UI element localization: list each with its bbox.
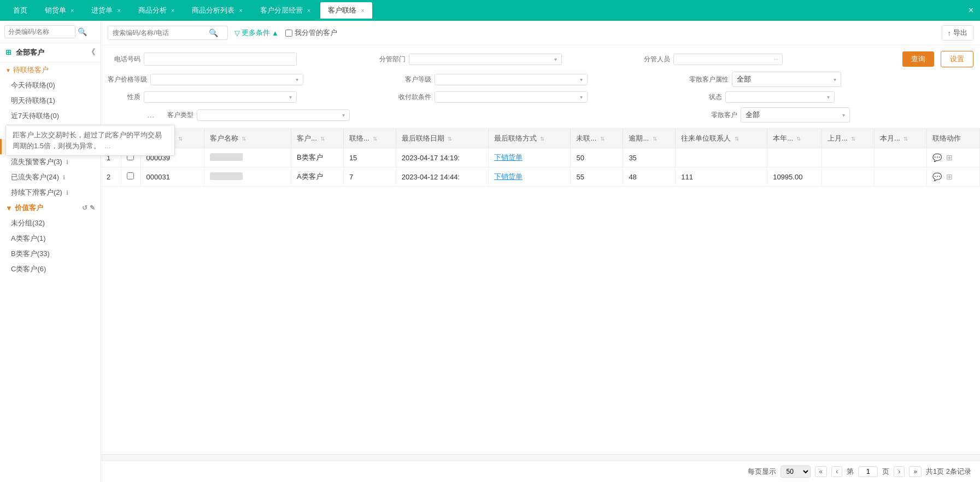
th-not-contacted: 未联... ⇅	[571, 129, 623, 148]
next-page-button[interactable]: ›	[894, 466, 905, 477]
customer-table: ⚙ 客户编码 ⇅ 客户名称 ⇅	[101, 129, 980, 187]
sort-method-icon[interactable]: ⇅	[540, 136, 544, 142]
sort-not-contacted-icon[interactable]: ⇅	[600, 136, 605, 142]
edit-value-icon[interactable]: ✎	[90, 204, 95, 212]
set-button[interactable]: 设置	[941, 51, 973, 67]
link-icon-1[interactable]: ⊞	[946, 153, 953, 162]
sort-code-icon[interactable]: ⇅	[178, 136, 183, 142]
th-overdue: 逾期... ⇅	[623, 129, 676, 148]
th-name: 客户名称 ⇅	[204, 129, 291, 148]
sort-unit-icon[interactable]: ⇅	[735, 136, 739, 142]
status-select[interactable]: ▾	[725, 91, 835, 103]
customer-level-arrow-icon: ▾	[580, 77, 583, 83]
row-checkbox-2[interactable]	[127, 172, 134, 179]
price-level-select[interactable]: ▾	[150, 74, 303, 85]
table-row: 1 000039 B类客户	[101, 148, 980, 167]
td-last-method-1: 下销货单	[488, 148, 571, 167]
tab-home[interactable]: 首页	[5, 2, 35, 19]
sort-year-icon[interactable]: ⇅	[796, 136, 801, 142]
sidebar-search-area: 🔍	[0, 21, 101, 43]
prev-page-button[interactable]: ‹	[831, 466, 842, 477]
td-last-date-2: 2023-04-12 14:44:	[396, 167, 488, 187]
dept-select[interactable]: ▾	[409, 54, 562, 65]
link-icon-2[interactable]: ⊞	[946, 172, 953, 181]
search-input[interactable]	[113, 29, 206, 37]
td-current-month-1	[875, 148, 927, 167]
last-method-link-2[interactable]: 下销货单	[494, 172, 523, 181]
last-page-button[interactable]: »	[909, 466, 922, 477]
customer-type-field: 客户类型 ▾	[161, 109, 698, 121]
sidebar-item-a-class[interactable]: A类客户(1)	[0, 231, 101, 246]
close-tab-product-analysis-list[interactable]: ×	[239, 7, 242, 14]
price-level-arrow-icon: ▾	[296, 77, 298, 83]
sidebar-item-not-grouped[interactable]: 未分组(32)	[0, 216, 101, 231]
sidebar-item-tomorrow[interactable]: 明天待联络(1)	[0, 93, 101, 108]
sort-name-icon[interactable]: ⇅	[242, 136, 246, 142]
sidebar-item-c-class[interactable]: C类客户(6)	[0, 262, 101, 277]
payment-select[interactable]: ▾	[435, 91, 588, 103]
close-tab-customer-tier[interactable]: ×	[307, 7, 310, 14]
sidebar-group-pending[interactable]: ▼ 待联络客户	[0, 62, 101, 78]
tab-customer-contact[interactable]: 客户联络 ×	[320, 2, 372, 19]
chat-icon-2[interactable]: 💬	[932, 172, 942, 181]
last-method-link-1[interactable]: 下销货单	[494, 153, 523, 161]
refresh-icon[interactable]: ↺	[82, 204, 87, 212]
close-tab-product-analysis[interactable]: ×	[171, 7, 174, 14]
customer-level-select[interactable]: ▾	[435, 74, 588, 85]
continuous-down-info-icon: ℹ	[66, 189, 68, 196]
customer-type-select[interactable]: ▾	[197, 109, 350, 121]
retail-attr-select[interactable]: 全部 ▾	[732, 72, 841, 87]
tab-customer-tier[interactable]: 客户分层经营 ×	[253, 2, 318, 19]
sort-overdue-icon[interactable]: ⇅	[653, 136, 657, 142]
sidebar-search-input[interactable]	[4, 25, 75, 38]
my-customers-checkbox-label[interactable]: 我分管的客户	[285, 28, 337, 38]
page-label: 第	[847, 467, 854, 477]
price-level-label: 客户价格等级	[108, 75, 147, 84]
manager-select[interactable]: ···	[673, 54, 783, 65]
tab-sales-order[interactable]: 销货单 ×	[37, 2, 81, 19]
sidebar-group-value-customers[interactable]: ▼ 价值客户 ↺ ✎	[0, 200, 101, 216]
tab-product-analysis[interactable]: 商品分析 ×	[131, 2, 182, 19]
all-customers-label: ⊞ 全部客户	[5, 48, 44, 57]
sidebar-item-b-class[interactable]: B类客户(33)	[0, 246, 101, 262]
more-conditions-btn[interactable]: ▽ 更多条件 ▲	[234, 28, 279, 38]
tab-product-analysis-list[interactable]: 商品分析列表 ×	[184, 2, 250, 19]
phone-input[interactable]	[144, 53, 297, 66]
my-customers-checkbox[interactable]	[285, 30, 292, 37]
sidebar-search-icon[interactable]: 🔍	[78, 27, 87, 36]
sidebar-item-continuous-down[interactable]: 持续下滑客户(2) ℹ	[0, 185, 101, 200]
sort-level-icon[interactable]: ⇅	[320, 136, 325, 142]
sort-date-icon[interactable]: ⇅	[448, 136, 452, 142]
sort-current-month-icon[interactable]: ⇅	[903, 136, 908, 142]
query-button[interactable]: 查询	[902, 51, 934, 67]
close-tab-customer-contact[interactable]: ×	[361, 7, 364, 14]
sidebar-item-7days[interactable]: 近7天待联络(0)	[0, 108, 101, 124]
horizontal-scrollbar[interactable]	[101, 454, 980, 461]
export-button[interactable]: ↑ 导出	[942, 25, 974, 40]
filter-top-bar: 🔍 ▽ 更多条件 ▲ 我分管的客户 ↑ 导出	[101, 21, 980, 45]
tab-purchase-order[interactable]: 进货单 ×	[84, 2, 128, 19]
retail-customer-select[interactable]: 全部 ▾	[741, 107, 850, 123]
filter-search-icon[interactable]: 🔍	[209, 28, 218, 37]
sidebar-collapse-icon[interactable]: 《	[87, 48, 95, 57]
filter-dots[interactable]: ...	[147, 110, 154, 120]
manager-field: 分管人员 ···	[637, 54, 896, 65]
per-page-select[interactable]: 50 100 200	[781, 466, 811, 478]
th-overdue-label: 逾期...	[629, 134, 649, 142]
sort-contact-icon[interactable]: ⇅	[373, 136, 377, 142]
sidebar-item-lost-warning[interactable]: 流失预警客户(3) ℹ	[0, 154, 101, 170]
gender-label: 性质	[108, 92, 140, 102]
first-page-button[interactable]: «	[815, 466, 828, 477]
gender-select[interactable]: ▾	[144, 91, 297, 103]
sidebar-item-today[interactable]: 今天待联络(0)	[0, 78, 101, 93]
th-last-month: 上月... ⇅	[822, 129, 875, 148]
close-all-tabs[interactable]: ×	[969, 5, 973, 15]
manager-label: 分管人员	[637, 55, 670, 64]
sidebar-item-already-lost[interactable]: 已流失客户(24) ℹ	[0, 170, 101, 185]
page-number-input[interactable]	[858, 466, 878, 477]
close-tab-sales-order[interactable]: ×	[71, 7, 74, 14]
close-tab-purchase-order[interactable]: ×	[117, 7, 120, 14]
sidebar-all-customers[interactable]: ⊞ 全部客户 《	[0, 43, 101, 62]
chat-icon-1[interactable]: 💬	[932, 153, 942, 162]
sort-last-month-icon[interactable]: ⇅	[851, 136, 855, 142]
